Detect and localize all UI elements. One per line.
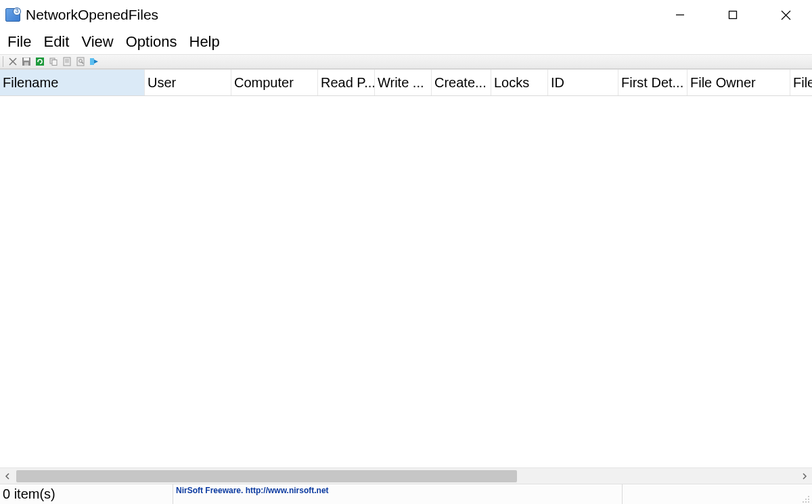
column-read-permissions[interactable]: Read P... [318, 70, 375, 95]
column-headers: Filename User Computer Read P... Write .… [0, 69, 812, 96]
maximize-button[interactable] [706, 0, 759, 30]
svg-point-23 [805, 499, 807, 500]
scroll-left-button[interactable] [0, 469, 15, 484]
list-body[interactable] [0, 96, 812, 467]
close-selected-icon[interactable] [8, 57, 18, 66]
properties-icon[interactable] [62, 57, 72, 66]
svg-rect-1 [729, 12, 737, 19]
svg-rect-12 [52, 60, 57, 66]
menu-file[interactable]: File [1, 32, 37, 52]
menu-help[interactable]: Help [183, 32, 226, 52]
svg-marker-21 [94, 60, 98, 64]
scroll-right-button[interactable] [797, 469, 812, 484]
chevron-right-icon [801, 473, 808, 480]
disk-icon[interactable] [22, 57, 31, 66]
maximize-icon [728, 10, 738, 20]
close-icon [781, 10, 791, 20]
svg-rect-20 [90, 58, 94, 65]
resize-grip-icon [800, 493, 811, 504]
svg-rect-7 [24, 58, 29, 61]
horizontal-scrollbar[interactable] [0, 467, 812, 484]
close-button[interactable] [759, 0, 812, 30]
status-credit: NirSoft Freeware. http://www.nirsoft.net [173, 484, 623, 504]
column-user[interactable]: User [145, 70, 231, 95]
toolbar-separator [3, 56, 3, 67]
app-icon [5, 8, 20, 22]
column-id[interactable]: ID [548, 70, 618, 95]
column-create-permissions[interactable]: Create... [432, 70, 491, 95]
svg-point-24 [808, 499, 809, 500]
menu-view[interactable]: View [75, 32, 119, 52]
find-icon[interactable] [76, 57, 85, 66]
copy-icon[interactable] [49, 57, 58, 66]
svg-rect-13 [64, 58, 70, 66]
chevron-left-icon [4, 473, 11, 480]
svg-point-22 [808, 496, 809, 497]
menu-options[interactable]: Options [120, 32, 183, 52]
svg-rect-8 [24, 62, 28, 66]
title-bar: NetworkOpenedFiles [0, 0, 812, 30]
exit-icon[interactable] [89, 57, 99, 66]
resize-grip[interactable] [800, 492, 811, 503]
svg-rect-17 [77, 58, 84, 66]
column-locks[interactable]: Locks [491, 70, 548, 95]
column-file-owner[interactable]: File Owner [687, 70, 790, 95]
svg-point-25 [803, 501, 804, 503]
menu-edit[interactable]: Edit [37, 32, 75, 52]
column-file[interactable]: File [790, 70, 812, 95]
column-first-detected[interactable]: First Det... [618, 70, 687, 95]
minimize-icon [675, 10, 685, 20]
svg-point-26 [805, 501, 807, 503]
scroll-track[interactable] [15, 470, 797, 482]
status-item-count: 0 item(s) [0, 484, 173, 504]
column-computer[interactable]: Computer [231, 70, 318, 95]
scroll-thumb[interactable] [16, 470, 517, 482]
title-left-group: NetworkOpenedFiles [5, 7, 158, 23]
svg-point-27 [808, 501, 809, 503]
status-blank [623, 484, 812, 504]
window-title: NetworkOpenedFiles [26, 7, 158, 23]
svg-rect-9 [36, 58, 44, 66]
column-filename[interactable]: Filename [0, 70, 145, 95]
column-write-permissions[interactable]: Write ... [375, 70, 432, 95]
minimize-button[interactable] [654, 0, 706, 30]
window-controls [654, 0, 812, 30]
status-bar: 0 item(s) NirSoft Freeware. http://www.n… [0, 484, 812, 504]
refresh-icon[interactable] [35, 57, 45, 66]
toolbar [0, 54, 812, 69]
menu-bar: File Edit View Options Help [0, 30, 812, 54]
